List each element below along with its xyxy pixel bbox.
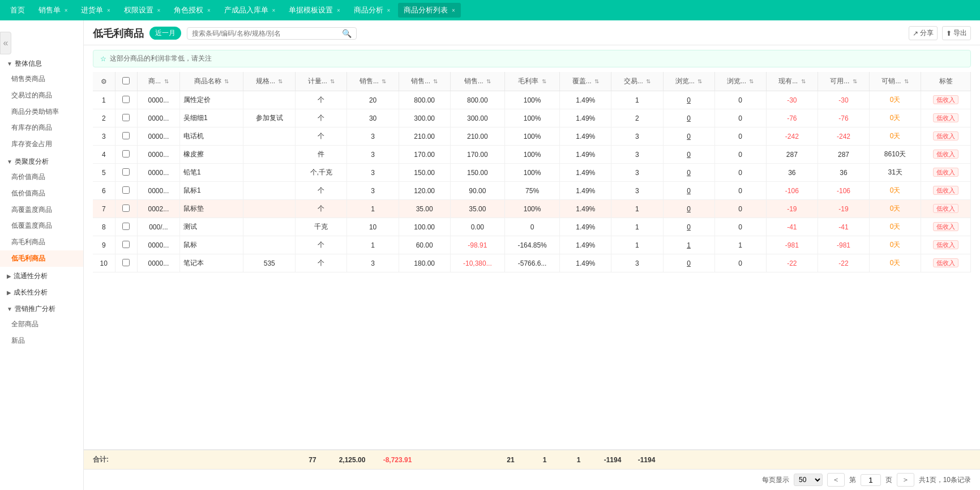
- row-checkbox-input[interactable]: [122, 150, 130, 157]
- prev-page-button[interactable]: ＜: [827, 473, 845, 487]
- nav-sales[interactable]: 销售单 ×: [33, 3, 73, 18]
- next-page-button[interactable]: ＞: [897, 473, 914, 487]
- search-icon[interactable]: 🔍: [342, 29, 352, 38]
- col-spec[interactable]: 规格... ⇅: [243, 72, 296, 91]
- row-browse1[interactable]: 0: [663, 146, 714, 164]
- footer-browse2: 1: [562, 456, 596, 464]
- export-button[interactable]: ⬆ 导出: [942, 26, 971, 40]
- nav-close-sales[interactable]: ×: [65, 7, 68, 14]
- row-name: 电话机: [179, 127, 243, 146]
- nav-products[interactable]: 产成品入库单 ×: [219, 3, 281, 18]
- col-sale-qty[interactable]: 销售... ⇅: [347, 72, 399, 91]
- col-name[interactable]: 商品名称 ⇅: [179, 72, 243, 91]
- col-tag[interactable]: 标签: [921, 72, 971, 91]
- col-unit[interactable]: 计量... ⇅: [296, 72, 347, 91]
- select-all-checkbox[interactable]: [122, 77, 130, 84]
- row-browse1[interactable]: 0: [663, 164, 714, 182]
- sidebar-item-low-margin[interactable]: 低毛利商品: [0, 250, 83, 267]
- sidebar-item-high-coverage[interactable]: 高覆盖度商品: [0, 202, 83, 218]
- col-available[interactable]: 可用... ⇅: [818, 72, 869, 91]
- sidebar-item-sales-goods[interactable]: 销售类商品: [0, 71, 83, 87]
- nav-permissions[interactable]: 权限设置 ×: [118, 3, 166, 18]
- row-browse1[interactable]: 0: [663, 127, 714, 146]
- share-button[interactable]: ↗ 分享: [909, 26, 938, 40]
- row-browse1[interactable]: 1: [663, 236, 714, 254]
- col-code[interactable]: 商... ⇅: [137, 72, 179, 91]
- col-sale-amount[interactable]: 销售... ⇅: [450, 72, 504, 91]
- nav-analysis-list[interactable]: 商品分析列表 ×: [398, 3, 460, 18]
- row-checkbox-input[interactable]: [122, 96, 130, 103]
- row-browse1[interactable]: 0: [663, 218, 714, 236]
- sidebar-group-growth[interactable]: ▶ 成长性分析: [0, 283, 83, 300]
- nav-home[interactable]: 首页: [5, 3, 31, 18]
- sidebar-item-high-margin[interactable]: 高毛利商品: [0, 234, 83, 250]
- sidebar-item-high-value[interactable]: 高价值商品: [0, 169, 83, 185]
- col-coverage[interactable]: 覆盖... ⇅: [560, 72, 611, 91]
- row-browse1[interactable]: 0: [663, 91, 714, 109]
- col-browse1[interactable]: 浏览... ⇅: [663, 72, 714, 91]
- sidebar-item-low-coverage[interactable]: 低覆盖度商品: [0, 218, 83, 234]
- col-transaction[interactable]: 交易... ⇅: [611, 72, 663, 91]
- page-input[interactable]: [861, 474, 881, 486]
- row-checkbox-input[interactable]: [122, 204, 130, 212]
- sidebar-group-liquidity[interactable]: ▶ 流通性分析: [0, 267, 83, 283]
- sidebar-item-low-value[interactable]: 低价值商品: [0, 185, 83, 202]
- row-checkbox[interactable]: [115, 164, 137, 182]
- row-browse1[interactable]: 0: [663, 254, 714, 272]
- row-checkbox[interactable]: [115, 218, 137, 236]
- sidebar-item-traded-goods[interactable]: 交易过的商品: [0, 87, 83, 104]
- row-checkbox-input[interactable]: [122, 186, 130, 194]
- nav-close-permissions[interactable]: ×: [157, 7, 161, 14]
- row-browse1[interactable]: 0: [663, 200, 714, 218]
- row-checkbox-input[interactable]: [122, 223, 130, 230]
- sidebar-item-stocked-goods[interactable]: 有库存的商品: [0, 120, 83, 136]
- row-checkbox[interactable]: [115, 254, 137, 272]
- row-gross-margin: 100%: [504, 164, 559, 182]
- sidebar-item-all-goods[interactable]: 全部商品: [0, 316, 83, 333]
- row-checkbox[interactable]: [115, 146, 137, 164]
- row-checkbox[interactable]: [115, 91, 137, 109]
- row-checkbox-input[interactable]: [122, 259, 130, 266]
- nav-close-purchase[interactable]: ×: [107, 7, 110, 14]
- col-gross-margin[interactable]: 毛利率 ⇅: [504, 72, 559, 91]
- sidebar-collapse-btn[interactable]: «: [0, 32, 11, 54]
- row-browse1[interactable]: 0: [663, 109, 714, 127]
- nav-close-roles[interactable]: ×: [207, 7, 211, 14]
- row-checkbox[interactable]: [115, 127, 137, 146]
- row-checkbox[interactable]: [115, 182, 137, 200]
- sidebar-group-cluster[interactable]: ▼ 类聚度分析: [0, 152, 83, 169]
- row-checkbox-input[interactable]: [122, 132, 130, 139]
- nav-close-analysis[interactable]: ×: [387, 7, 390, 14]
- nav-roles[interactable]: 角色授权 ×: [168, 3, 216, 18]
- sidebar-group-marketing[interactable]: ▼ 营销推广分析: [0, 300, 83, 316]
- row-checkbox[interactable]: [115, 200, 137, 218]
- col-sale-price[interactable]: 销售... ⇅: [399, 72, 450, 91]
- row-checkbox-input[interactable]: [122, 241, 130, 248]
- sidebar-item-new-goods[interactable]: 新品: [0, 333, 83, 349]
- row-checkbox-input[interactable]: [122, 114, 130, 121]
- row-checkbox-input[interactable]: [122, 168, 130, 176]
- col-current-stock[interactable]: 现有... ⇅: [766, 72, 818, 91]
- nav-purchase[interactable]: 进货单 ×: [75, 3, 115, 18]
- row-checkbox[interactable]: [115, 236, 137, 254]
- nav-close-products[interactable]: ×: [272, 7, 276, 14]
- col-settings[interactable]: ⚙: [93, 72, 115, 91]
- row-sale-qty: 1: [347, 200, 399, 218]
- page-size-select[interactable]: 50 100 200: [794, 474, 823, 486]
- nav-close-templates[interactable]: ×: [337, 7, 340, 14]
- table-row: 70002...鼠标垫个135.0035.00100%1.49%100-19-1…: [93, 200, 971, 218]
- sidebar-group-overall[interactable]: ▼ 整体信息: [0, 54, 83, 71]
- sidebar-item-category-rate[interactable]: 商品分类助销率: [0, 104, 83, 120]
- col-sellable[interactable]: 可销... ⇅: [870, 72, 921, 91]
- nav-templates[interactable]: 单据模板设置 ×: [283, 3, 345, 18]
- nav-close-analysis-list[interactable]: ×: [452, 7, 455, 14]
- time-filter-button[interactable]: 近一月: [149, 27, 181, 40]
- sidebar-item-stock-capital[interactable]: 库存资金占用: [0, 136, 83, 152]
- nav-analysis[interactable]: 商品分析 ×: [348, 3, 396, 18]
- row-checkbox[interactable]: [115, 109, 137, 127]
- col-browse2[interactable]: 浏览... ⇅: [714, 72, 766, 91]
- footer-browse1: 1: [528, 456, 562, 464]
- col-checkbox[interactable]: [115, 72, 137, 91]
- row-browse1[interactable]: 0: [663, 182, 714, 200]
- search-input[interactable]: [192, 29, 342, 37]
